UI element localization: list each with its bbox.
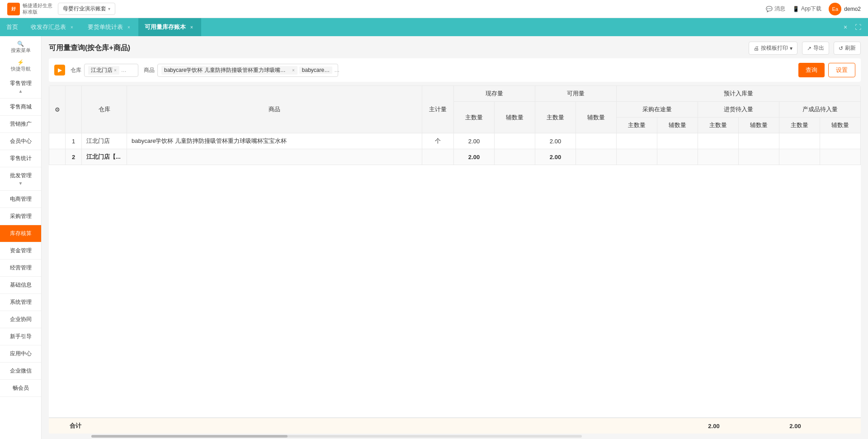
th-main-unit: 主计量 <box>422 86 454 133</box>
product-more[interactable]: … <box>334 67 340 73</box>
warehouse-tag-remove[interactable]: × <box>114 68 117 73</box>
sidebar-item-ecommerce[interactable]: 电商管理 <box>0 191 41 208</box>
industry-selector[interactable]: 母婴行业演示账套 <box>58 3 115 15</box>
print-button[interactable]: 🖨 按模板打印 <box>749 42 797 55</box>
export-icon: ↗ <box>807 45 811 52</box>
footer-values: 2.00 2.00 <box>662 423 856 430</box>
app-download-button[interactable]: 📱 App下载 <box>793 5 821 13</box>
sidebar-quicknav-label: 快捷导航 <box>4 66 38 72</box>
footer-available-main: 2.00 <box>775 423 816 430</box>
product-tag-1: babycare学饮杯 儿童防摔防撞吸管杯重力球吸嘴杯宝宝水杯 × <box>161 66 297 75</box>
cell-product-main <box>779 133 820 149</box>
purchase-label: 采购管理 <box>10 212 32 220</box>
page-title: 可用量查询(按仓库+商品) <box>49 43 130 53</box>
member-center-label: 会员中心 <box>10 137 32 145</box>
nav-tabs: 首页 收发存汇总表 × 要货单统计表 × 可用量库存账本 × × ⛶ <box>0 18 868 36</box>
th-product: 商品 <box>127 86 422 133</box>
avatar: Ea <box>829 3 841 15</box>
query-button[interactable]: 查询 <box>798 63 825 77</box>
sidebar-item-vip[interactable]: 畅会员 <box>0 380 41 397</box>
filter-actions: 查询 设置 <box>798 63 855 77</box>
sidebar-item-basics[interactable]: 基础信息 <box>0 277 41 294</box>
sidebar-item-operations[interactable]: 经营管理 <box>0 260 41 277</box>
sidebar-item-newbie[interactable]: 新手引导 <box>0 328 41 345</box>
cell-product-2 <box>127 149 422 165</box>
user-area[interactable]: Ea demo2 <box>829 3 861 15</box>
retail-mgmt-label: 零售管理 <box>10 80 32 87</box>
print-icon: 🖨 <box>754 45 759 52</box>
cell-incoming-aux-2 <box>739 149 779 165</box>
refresh-button[interactable]: ↺ 刷新 <box>834 42 861 55</box>
footer-available-aux <box>816 423 856 430</box>
cell-incoming-main-2 <box>698 149 739 165</box>
th-warehouse: 仓库 <box>82 86 127 133</box>
export-button[interactable]: ↗ 导出 <box>802 42 829 55</box>
table-row: 1 江北门店 babycare学饮杯 儿童防摔防撞吸管杯重力球吸嘴杯宝宝水杯 个… <box>49 133 861 149</box>
sidebar-item-enterprise-wechat[interactable]: 企业微信 <box>0 363 41 380</box>
cell-incoming-aux <box>739 133 779 149</box>
cell-product-main-2 <box>779 149 820 165</box>
tab-receive-summary-close[interactable]: × <box>69 24 75 30</box>
sidebar-item-member-center[interactable]: 会员中心 <box>0 133 41 150</box>
product-tag-1-value: babycare学饮杯 儿童防摔防撞吸管杯重力球吸嘴杯宝宝水杯 <box>164 66 291 74</box>
sidebar-search[interactable]: 🔍 搜索菜单 <box>0 36 41 57</box>
wholesale-mgmt-arrow: ▼ <box>19 181 23 186</box>
product-filter-label: 商品 <box>144 66 155 74</box>
ecommerce-label: 电商管理 <box>10 195 32 203</box>
th-settings[interactable] <box>49 86 66 133</box>
refresh-icon: ↺ <box>839 45 843 52</box>
scrollbar-thumb <box>91 435 288 438</box>
product-tag-1-remove[interactable]: × <box>292 68 295 73</box>
sidebar-item-purchase[interactable]: 采购管理 <box>0 208 41 225</box>
cell-product-aux <box>820 133 861 149</box>
finance-label: 资金管理 <box>10 247 32 255</box>
sidebar-item-app-center[interactable]: 应用中心 <box>0 345 41 363</box>
th-incoming-pending-group: 进货待入量 <box>698 102 779 118</box>
tab-receive-summary-label: 收发存汇总表 <box>31 23 66 31</box>
warehouse-filter-input[interactable]: 江北门店 × … <box>84 64 138 77</box>
scrollbar-area[interactable] <box>42 434 868 439</box>
message-button[interactable]: 💬 消息 <box>766 5 785 13</box>
sidebar-quick-nav[interactable]: ⚡ 快捷导航 <box>0 57 41 75</box>
product-filter-input[interactable]: babycare学饮杯 儿童防摔防撞吸管杯重力球吸嘴杯宝宝水杯 × babyca… <box>157 64 338 77</box>
th-current-stock-group: 现存量 <box>454 86 535 102</box>
sidebar-item-finance[interactable]: 资金管理 <box>0 242 41 260</box>
top-bar: 好 畅捷通好生意 标准版 母婴行业演示账套 💬 消息 📱 App下载 Ea de… <box>0 0 868 18</box>
footer-current-aux <box>734 423 775 430</box>
th-available-main: 主数量 <box>535 102 576 133</box>
table-area: 仓库 商品 主计量 现存量 可用量 预计入库量 主数量 辅数量 主数量 辅数量 <box>49 85 861 434</box>
setting-button[interactable]: 设置 <box>828 63 855 77</box>
sidebar-item-retail-stats[interactable]: 零售统计 <box>0 150 41 167</box>
cell-unit: 个 <box>422 133 454 149</box>
tab-available-inventory-close[interactable]: × <box>189 24 195 30</box>
tab-available-inventory-label: 可用量库存账本 <box>145 23 186 31</box>
sidebar-item-inventory[interactable]: 库存核算 <box>0 225 41 242</box>
expand-tabs-button[interactable]: ⛶ <box>854 23 863 32</box>
cell-purchase-aux-2 <box>657 149 698 165</box>
tab-home[interactable]: 首页 <box>0 18 24 36</box>
tab-order-stats[interactable]: 要货单统计表 × <box>81 18 138 36</box>
cell-purchase-main-2 <box>617 149 657 165</box>
sidebar-item-retail-mgmt[interactable]: 零售管理 ▲ <box>0 75 41 99</box>
cell-current-main-2: 2.00 <box>454 149 495 165</box>
tab-available-inventory[interactable]: 可用量库存账本 × <box>138 18 201 36</box>
sidebar-item-retail-mall[interactable]: 零售商城 <box>0 99 41 116</box>
th-product-aux: 辅数量 <box>820 118 861 133</box>
cell-no-2: 2 <box>66 149 82 165</box>
filter-toggle-button[interactable]: ▶ <box>54 65 65 76</box>
warehouse-more[interactable]: … <box>121 67 127 73</box>
basics-label: 基础信息 <box>10 281 32 289</box>
footer-current-main: 2.00 <box>693 423 734 430</box>
close-all-tabs-button[interactable]: × <box>841 23 850 32</box>
sidebar-item-marketing[interactable]: 营销推广 <box>0 116 41 133</box>
page-actions: 🖨 按模板打印 ↗ 导出 ↺ 刷新 <box>749 42 861 55</box>
sidebar-item-enterprise[interactable]: 企业协同 <box>0 311 41 328</box>
scrollbar-track <box>91 435 582 438</box>
quicknav-icon: ⚡ <box>17 59 24 66</box>
sidebar-item-system[interactable]: 系统管理 <box>0 294 41 311</box>
tab-receive-summary[interactable]: 收发存汇总表 × <box>24 18 81 36</box>
app-center-label: 应用中心 <box>10 350 32 358</box>
sidebar-item-wholesale-mgmt[interactable]: 批发管理 ▼ <box>0 167 41 191</box>
gear-icon <box>55 106 60 113</box>
tab-order-stats-close[interactable]: × <box>126 24 132 30</box>
